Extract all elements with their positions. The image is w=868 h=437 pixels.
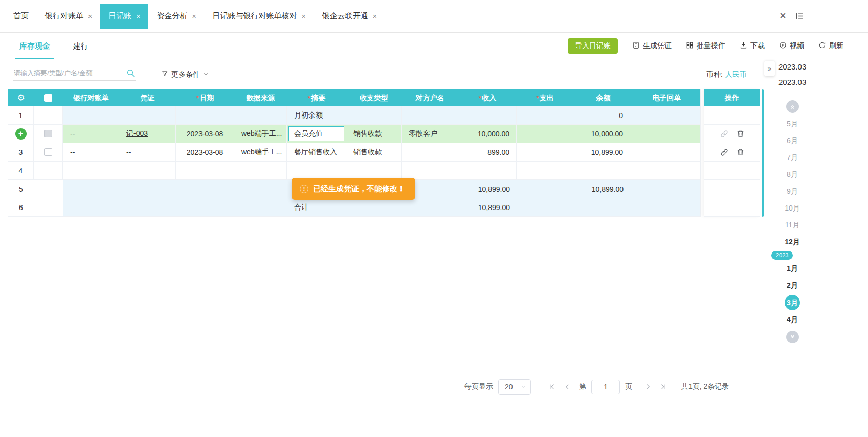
row-index: 3 bbox=[8, 143, 34, 162]
tab-bank-statement[interactable]: 银行对账单 × bbox=[37, 4, 100, 29]
download-icon bbox=[740, 41, 747, 51]
col-header-bank-statement: 银行对账单 bbox=[63, 94, 119, 103]
op-cell bbox=[704, 180, 760, 198]
batch-operation-button[interactable]: 批量操作 bbox=[686, 41, 725, 51]
video-button[interactable]: 视频 bbox=[779, 41, 804, 51]
voucher-link[interactable]: 记-003 bbox=[126, 129, 148, 139]
table-scrollbar[interactable] bbox=[762, 89, 764, 217]
cell-voucher: -- bbox=[119, 143, 176, 162]
col-header-source: 数据来源 bbox=[234, 94, 287, 103]
scroll-months-up-icon[interactable] bbox=[786, 100, 799, 113]
col-header-counterparty: 对方户名 bbox=[402, 94, 458, 103]
col-header-income: *收入 bbox=[458, 94, 517, 103]
month-item[interactable]: 12月 bbox=[785, 234, 800, 250]
date-range-start[interactable]: 2023.03 bbox=[778, 59, 868, 75]
select-all-checkbox[interactable] bbox=[44, 94, 52, 102]
table-header-row: ⚙ 银行对账单 凭证 *日期 数据来源 *摘要 收支类型 对方户名 *收入 *支… bbox=[8, 89, 700, 106]
tab-close-icon[interactable]: × bbox=[192, 13, 196, 20]
tab-label: 日记账与银行对账单核对 bbox=[213, 11, 297, 21]
currency-value-link[interactable]: 人民币 bbox=[725, 70, 747, 79]
col-header-operation: 操作 bbox=[704, 89, 760, 106]
tab-list-icon[interactable] bbox=[795, 12, 804, 22]
toolbar: 导入日记账 生成凭证 批量操作 下载 视频 刷新 bbox=[568, 38, 843, 54]
collapse-panel-handle[interactable]: » bbox=[764, 61, 775, 76]
prev-page-button[interactable] bbox=[564, 383, 571, 390]
search-icon[interactable] bbox=[126, 68, 136, 78]
tab-journal-bank-reconcile[interactable]: 日记账与银行对账单核对 × bbox=[205, 4, 314, 29]
trash-icon[interactable] bbox=[737, 130, 744, 137]
op-cell bbox=[704, 162, 760, 180]
month-item[interactable]: 1月 bbox=[787, 260, 798, 277]
cell-source: web端手工... bbox=[234, 125, 287, 143]
generate-voucher-button[interactable]: 生成凭证 bbox=[632, 41, 672, 51]
year-badge: 2023 bbox=[771, 251, 793, 260]
tab-label: 银行对账单 bbox=[45, 11, 83, 21]
exclamation-circle-icon: ! bbox=[300, 185, 308, 193]
cell-balance: 0 bbox=[573, 106, 633, 125]
scroll-months-down-icon[interactable] bbox=[786, 331, 799, 343]
month-item[interactable]: 10月 bbox=[785, 200, 800, 217]
month-item[interactable]: 11月 bbox=[785, 217, 800, 234]
page-number-input[interactable] bbox=[591, 380, 620, 394]
tab-close-icon[interactable]: × bbox=[302, 13, 306, 20]
chevron-down-icon bbox=[203, 71, 209, 79]
grid-icon bbox=[686, 41, 694, 51]
date-range-end[interactable]: 2023.03 bbox=[778, 75, 868, 90]
trash-icon[interactable] bbox=[737, 148, 744, 156]
tab-close-icon[interactable]: × bbox=[373, 13, 377, 20]
tab-bank-cloud-connect[interactable]: 银企云联开通 × bbox=[314, 4, 385, 29]
app-root: 首页 银行对账单 × 日记账 × 资金分析 × 日记账与银行对账单核对 × 银企… bbox=[0, 0, 868, 437]
link-icon[interactable] bbox=[720, 148, 728, 156]
gear-icon[interactable]: ⚙ bbox=[17, 93, 25, 103]
month-navigator: 5月 6月 7月 8月 9月 10月 11月 12月 2023 1月 2月 3月… bbox=[777, 100, 807, 343]
tab-home[interactable]: 首页 bbox=[5, 4, 37, 29]
button-label: 生成凭证 bbox=[643, 41, 672, 51]
subtab-cash-on-hand[interactable]: 库存现金 bbox=[19, 33, 50, 59]
add-row-button[interactable]: + bbox=[15, 128, 27, 140]
next-page-button[interactable] bbox=[644, 383, 652, 390]
cell-bank-statement: -- bbox=[63, 143, 119, 162]
more-conditions-button[interactable]: 更多条件 bbox=[161, 70, 209, 79]
button-label: 视频 bbox=[790, 41, 804, 51]
month-item[interactable]: 5月 bbox=[787, 116, 798, 132]
month-item[interactable]: 9月 bbox=[787, 183, 798, 200]
last-page-button[interactable] bbox=[660, 383, 667, 390]
link-icon[interactable] bbox=[720, 130, 728, 138]
selected-summary-cell[interactable]: 会员充值 bbox=[288, 126, 344, 141]
cell-summary: 月初余额 bbox=[287, 106, 346, 125]
pagination: 每页显示 20 第 页 共1页, 2条记录 bbox=[464, 379, 729, 395]
cell-date: 2023-03-08 bbox=[176, 125, 234, 143]
month-item[interactable]: 4月 bbox=[787, 311, 798, 328]
first-page-button[interactable] bbox=[548, 383, 555, 390]
refresh-button[interactable]: 刷新 bbox=[818, 41, 843, 51]
button-label: 刷新 bbox=[829, 41, 843, 51]
table-row-selected[interactable]: + -- 记-003 2023-03-08 web端手工... 会员充值 销售收… bbox=[8, 125, 700, 143]
per-page-select[interactable]: 20 bbox=[498, 379, 531, 395]
row-checkbox[interactable] bbox=[44, 148, 52, 156]
row-index: 6 bbox=[8, 198, 34, 217]
month-item[interactable]: 2月 bbox=[787, 277, 798, 294]
cell-summary: 餐厅销售收入 bbox=[287, 143, 346, 162]
row-checkbox[interactable] bbox=[44, 130, 52, 137]
month-item[interactable]: 8月 bbox=[787, 166, 798, 183]
table-row[interactable]: 1 月初余额 0 bbox=[8, 106, 700, 125]
tab-close-icon[interactable]: × bbox=[136, 13, 140, 20]
month-item-active[interactable]: 3月 bbox=[785, 295, 800, 310]
tab-fund-analysis[interactable]: 资金分析 × bbox=[148, 4, 204, 29]
cell-expense bbox=[517, 125, 573, 143]
import-journal-button[interactable]: 导入日记账 bbox=[568, 38, 618, 54]
subtab-ccb-bank[interactable]: 建行 bbox=[73, 33, 88, 59]
cell-expense bbox=[517, 143, 573, 162]
download-button[interactable]: 下载 bbox=[740, 41, 765, 51]
close-all-tabs-icon[interactable]: × bbox=[780, 9, 786, 22]
month-item[interactable]: 7月 bbox=[787, 149, 798, 166]
tab-close-icon[interactable]: × bbox=[88, 13, 92, 20]
search-input[interactable] bbox=[13, 68, 126, 77]
table-row[interactable]: 4 bbox=[8, 162, 700, 180]
per-page-value: 20 bbox=[505, 383, 513, 391]
tab-journal[interactable]: 日记账 × bbox=[100, 4, 148, 29]
button-label: 更多条件 bbox=[171, 70, 200, 79]
table-row[interactable]: 3 -- -- 2023-03-08 web端手工... 餐厅销售收入 销售收款… bbox=[8, 143, 700, 162]
month-item[interactable]: 6月 bbox=[787, 132, 798, 149]
cell-balance: 10,899.00 bbox=[573, 180, 633, 198]
